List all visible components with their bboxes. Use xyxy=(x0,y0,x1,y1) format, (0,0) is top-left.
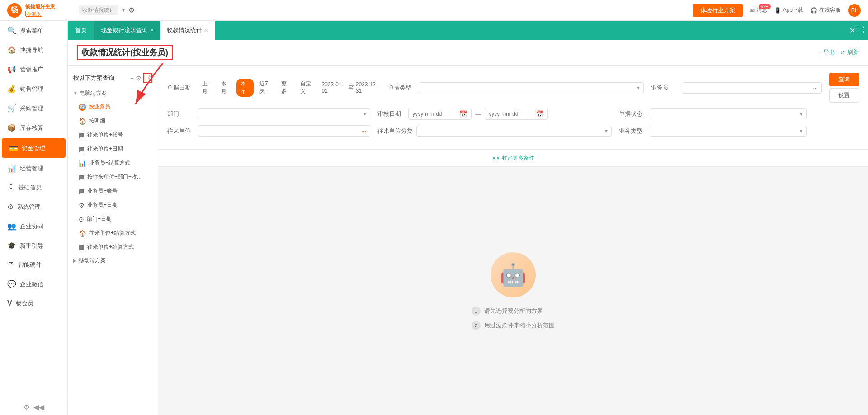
search-row-2: 部门 ▾ 审核日期 📅 xyxy=(167,108,859,120)
header-settings-icon[interactable]: ⚙ xyxy=(128,6,135,14)
standard-badge: 标准版 xyxy=(25,11,42,17)
tab-close-all-icon[interactable]: ✕ xyxy=(849,26,855,35)
menu-item-unit-settle2[interactable]: ▦ 往来单位+结算方式 xyxy=(68,240,158,254)
sidebar-item-operations[interactable]: 📊 经营管理 xyxy=(0,159,67,178)
sidebar-item-marketing[interactable]: 📢 营销推广 xyxy=(0,60,67,79)
panel-add-icon[interactable]: + xyxy=(130,75,134,82)
tab-cashflow[interactable]: 现金银行流水查询 × xyxy=(94,21,160,40)
sidebar-item-inventory[interactable]: 📦 库存核算 xyxy=(0,118,67,137)
audit-date-end-input[interactable] xyxy=(489,111,534,117)
app-download-btn[interactable]: 📱 App下载 xyxy=(774,6,803,14)
date-pill-thisyear[interactable]: 本年 xyxy=(236,79,254,97)
date-pill-more[interactable]: 更多 xyxy=(277,79,294,97)
menu-item-unit-dept[interactable]: ▦ 按往来单位+部门+收... xyxy=(68,170,158,184)
breadcrumb-chevron-icon[interactable]: ▾ xyxy=(122,7,125,14)
menu-item-salesman-settle[interactable]: 📊 业务员+结算方式 xyxy=(68,156,158,170)
salesman-date-icon: ⚙ xyxy=(79,202,85,209)
panel-collapse-icon[interactable]: 《 xyxy=(143,73,152,83)
sidebar-label-member: 畅会员 xyxy=(16,299,33,307)
desktop-section-label: 电脑端方案 xyxy=(80,90,107,97)
page-header: 收款情况统计(按业务员) ↑ 导出 ↺ 刷新 xyxy=(68,40,868,66)
finance-icon: 💳 xyxy=(9,144,18,152)
export-btn[interactable]: ↑ 导出 xyxy=(819,48,835,57)
salesman-field: 业务员 ··· xyxy=(651,82,822,94)
unit-dept-icon: ▦ xyxy=(79,174,85,181)
menu-item-unit-account[interactable]: ▦ 往来单位+账号 xyxy=(68,128,158,142)
business-type-field: 业务类型 ▾ xyxy=(619,126,807,137)
business-type-dropdown[interactable]: ▾ xyxy=(650,126,807,137)
sidebar-item-collab[interactable]: 👥 企业协同 xyxy=(0,217,67,236)
online-service-btn[interactable]: 🎧 在线客服 xyxy=(811,6,841,14)
sidebar: 🔍 搜索菜单 🏠 快捷导航 📢 营销推广 💰 销售管理 🛒 采购管理 📦 库存核… xyxy=(0,21,68,415)
header-breadcrumb[interactable]: 收款情况统计 xyxy=(79,5,118,15)
sidebar-item-quicknav[interactable]: 🏠 快捷导航 xyxy=(0,40,67,60)
sidebar-item-member[interactable]: V 畅会员 xyxy=(0,294,67,313)
sidebar-item-basicinfo[interactable]: 🗄 基础信息 xyxy=(0,178,67,197)
voucher-status-field: 单据状态 ▾ xyxy=(619,108,807,119)
sidebar-item-system[interactable]: ⚙ 系统管理 xyxy=(0,197,67,217)
dept-date-icon: ⊙ xyxy=(79,216,84,223)
salesman-dots-icon[interactable]: ··· xyxy=(813,85,818,91)
counterpart-field: 往来单位 ··· xyxy=(167,125,370,137)
date-pill-custom[interactable]: 自定义 xyxy=(296,79,318,97)
sidebar-label-collab: 企业协同 xyxy=(20,222,43,231)
date-pill-thismonth[interactable]: 本月 xyxy=(217,79,234,97)
tab-receipt-close-icon[interactable]: × xyxy=(205,27,208,33)
collapse-bar[interactable]: ∧∧ 收起更多条件 xyxy=(158,150,868,167)
sidebar-item-finance[interactable]: 💳 资金管理 xyxy=(2,138,66,158)
tab-cashflow-close-icon[interactable]: × xyxy=(151,27,154,33)
audit-date-start-input[interactable] xyxy=(412,111,458,117)
sidebar-item-guide[interactable]: 🎓 新手引导 xyxy=(0,236,67,255)
settings-btn[interactable]: 设置 xyxy=(829,88,859,103)
counterpart-dropdown[interactable]: ··· xyxy=(198,125,370,137)
salesman-date-label: 业务员+日期 xyxy=(87,201,118,209)
tab-maximize-icon[interactable]: ⛶ xyxy=(857,26,864,34)
sidebar-settings-btn[interactable]: ⚙ xyxy=(24,403,30,411)
sidebar-item-search[interactable]: 🔍 搜索菜单 xyxy=(0,21,67,40)
sidebar-item-hardware[interactable]: 🖥 智能硬件 xyxy=(0,255,67,274)
voucher-status-arrow-icon: ▾ xyxy=(800,111,802,117)
tab-home[interactable]: 首页 xyxy=(68,21,94,40)
unit-settle2-label: 往来单位+结算方式 xyxy=(87,243,134,251)
counterpart-label: 往来单位 xyxy=(167,127,194,135)
menu-item-salesman[interactable]: 🔄 按业务员 xyxy=(68,100,158,114)
counterpart-cat-dropdown[interactable]: ▾ xyxy=(416,126,612,137)
dept-dropdown[interactable]: ▾ xyxy=(198,108,370,119)
voucher-type-dropdown[interactable]: ▾ xyxy=(419,82,644,93)
query-btn[interactable]: 查询 xyxy=(829,73,859,86)
desktop-section-header[interactable]: ▼ 电脑端方案 xyxy=(68,87,158,100)
sidebar-label-wechat: 企业微信 xyxy=(20,280,43,288)
sidebar-item-sales[interactable]: 💰 销售管理 xyxy=(0,79,67,99)
dept-field: 部门 ▾ xyxy=(167,108,370,119)
menu-item-unit-settle1[interactable]: 🏠 往来单位+结算方式 xyxy=(68,226,158,240)
sidebar-item-purchase[interactable]: 🛒 采购管理 xyxy=(0,99,67,118)
mobile-section-header[interactable]: ▶ 移动端方案 xyxy=(68,254,158,267)
message-btn[interactable]: ✉ 消息 99+ xyxy=(750,6,767,14)
left-panel: 按以下方案查询 + ⚙ 《 ▼ 电脑端方案 xyxy=(68,66,158,415)
headset-icon: 🎧 xyxy=(811,7,817,14)
panel-settings-icon[interactable]: ⚙ xyxy=(136,75,142,82)
trial-btn[interactable]: 体验行业方案 xyxy=(693,4,743,17)
menu-item-detail[interactable]: 🏠 按明细 xyxy=(68,114,158,128)
menu-item-dept-date[interactable]: ⊙ 部门+日期 xyxy=(68,212,158,226)
salesman-dropdown[interactable]: ··· xyxy=(682,82,822,94)
date-pill-7days[interactable]: 近7天 xyxy=(255,79,275,97)
collapse-up-icon: ∧∧ xyxy=(492,155,500,161)
date-pill-lastmonth[interactable]: 上月 xyxy=(198,79,215,97)
counterpart-dots-icon[interactable]: ··· xyxy=(361,127,366,134)
purchase-icon: 🛒 xyxy=(7,104,16,113)
search-icon: 🔍 xyxy=(7,26,16,35)
sidebar-collapse-btn[interactable]: ◀◀ xyxy=(33,403,44,411)
refresh-btn[interactable]: ↺ 刷新 xyxy=(840,48,859,57)
menu-item-unit-date[interactable]: ▦ 往来单位+日期 xyxy=(68,142,158,156)
audit-date-start[interactable]: 📅 xyxy=(408,108,472,120)
menu-item-salesman-account[interactable]: ▦ 业务员+账号 xyxy=(68,184,158,198)
business-type-arrow-icon: ▾ xyxy=(800,128,802,134)
content-body: 按以下方案查询 + ⚙ 《 ▼ 电脑端方案 xyxy=(68,66,868,415)
sidebar-item-wechat[interactable]: 💬 企业微信 xyxy=(0,274,67,294)
audit-date-end[interactable]: 📅 xyxy=(485,108,548,120)
voucher-status-dropdown[interactable]: ▾ xyxy=(650,108,807,119)
user-avatar[interactable]: Rit xyxy=(848,4,861,17)
tab-receipt[interactable]: 收款情况统计 × xyxy=(160,21,215,40)
menu-item-salesman-date[interactable]: ⚙ 业务员+日期 xyxy=(68,198,158,212)
